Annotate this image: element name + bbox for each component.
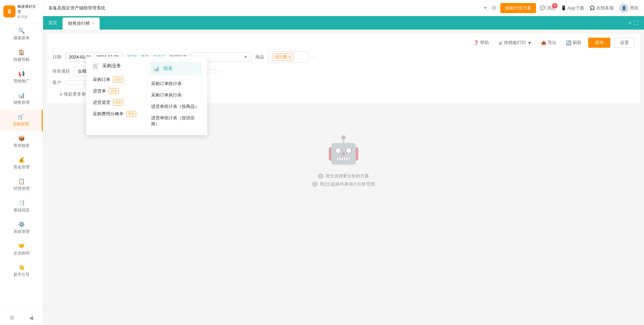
sidebar-item-enterprise[interactable]: 🤝 企业协同 xyxy=(0,239,43,260)
dropdown-col-report: 📊 报表 采购订单统计表 采购订单执行表 进货单统计表（按商品） xyxy=(150,62,202,130)
dropdown-item-purchase-order-exec[interactable]: 采购订单执行表 xyxy=(150,89,202,101)
print-template-btn[interactable]: 🖨 按模板打印 ▼ xyxy=(496,38,534,47)
sidebar-nav: 🔍 搜索菜单 🏠 快捷导航 📢 营销推广 📊 销售管理 🛒 采购管理 📦 xyxy=(0,24,43,310)
purchase-order-exec-label: 采购订单执行表 xyxy=(151,92,182,98)
sidebar-item-label: 采购管理 xyxy=(13,121,29,127)
topbar-settings-icon[interactable]: ⚙ xyxy=(492,5,496,11)
sidebar-item-finance[interactable]: 💰 资金管理 xyxy=(0,153,43,174)
rank-label: 排名项目 xyxy=(52,68,70,74)
dropdown-item-goods-in-stats-goods[interactable]: 进货单统计表（按商品） xyxy=(150,101,202,112)
sidebar-item-purchase[interactable]: 🛒 采购管理 xyxy=(0,110,43,131)
sidebar-item-label: 新手引导 xyxy=(13,272,30,278)
purchase-order-label: 采购订单 xyxy=(93,77,110,83)
sidebar-collapse-btn[interactable]: ◀ xyxy=(29,315,33,321)
dropdown-col-purchase: 🛒 采购业务 采购订单 历史 进货单 历史 xyxy=(92,62,144,130)
app-download-label: App下载 xyxy=(568,5,584,11)
title-dropdown-icon[interactable]: ▼ xyxy=(483,5,488,10)
purchase-section-label: 采购业务 xyxy=(102,63,121,69)
sidebar-item-marketing[interactable]: 📢 营销推广 xyxy=(0,67,43,88)
purchase-header-icon: 🛒 xyxy=(92,62,100,70)
dropdown-item-goods-in[interactable]: 进货单 历史 xyxy=(92,85,144,97)
app-download-item[interactable]: 📱 App下载 xyxy=(561,5,584,11)
dropdown-item-purchase-order[interactable]: 采购订单 历史 xyxy=(92,74,144,85)
topbar-right: 💬 9 消息 📱 App下载 🎧 在线客服 👤 用友 xyxy=(540,3,639,13)
sidebar-item-label: 经营管理 xyxy=(13,186,30,192)
tab-home[interactable]: 首页 xyxy=(43,16,63,30)
empty-tips-list: 1 请先选择要分析的方案 2 用[过滤]条件来缩小分析范围 xyxy=(312,171,374,189)
query-btn[interactable]: 查询 xyxy=(588,38,610,48)
phone-icon: 📱 xyxy=(561,5,566,10)
brand-sub: 标准版 xyxy=(17,14,39,19)
home-icon: 🏠 xyxy=(18,49,25,55)
window-expand-icon[interactable]: ⛶ xyxy=(634,20,639,26)
help-btn[interactable]: ❓ 帮助 xyxy=(471,38,492,47)
dropdown-item-goods-in-stats-supplier[interactable]: 进货单统计表（按供应商） xyxy=(150,112,202,130)
empty-tip-2: 2 用[过滤]条件来缩小分析范围 xyxy=(312,181,374,187)
online-service-label: 在线客服 xyxy=(596,5,614,11)
purchase-dropdown-menu: 🛒 采购业务 采购订单 历史 进货单 历史 xyxy=(86,56,207,135)
sidebar-item-operations[interactable]: 📋 经营管理 xyxy=(0,174,43,196)
dropdown-item-goods-return[interactable]: 进货退货 历史 xyxy=(92,97,144,108)
sidebar-item-label: 系统管理 xyxy=(13,229,30,235)
tab-close-icon[interactable]: × xyxy=(92,21,94,26)
online-service-item[interactable]: 🎧 在线客服 xyxy=(589,5,614,11)
sidebar-item-sales[interactable]: 📊 销售管理 xyxy=(0,88,43,110)
sidebar-item-label: 企业协同 xyxy=(13,250,30,256)
refresh-label: 刷新 xyxy=(573,40,581,46)
inventory-icon: 📦 xyxy=(18,135,25,141)
sidebar-item-label: 销售管理 xyxy=(13,100,30,106)
marketing-icon: 📢 xyxy=(18,71,25,77)
goods-in-stats-goods-label: 进货单统计表（按商品） xyxy=(151,104,199,110)
purchase-icon: 🛒 xyxy=(17,114,24,120)
goods-tag-close[interactable]: × xyxy=(288,55,291,59)
dropdown-item-purchase-expense[interactable]: 采购费用分摊单 历史 xyxy=(92,108,144,120)
sales-icon: 📊 xyxy=(18,92,25,98)
refresh-btn[interactable]: 🔄 刷新 xyxy=(563,38,584,47)
refresh-icon: 🔄 xyxy=(566,40,571,45)
sidebar-item-label: 库存核算 xyxy=(13,143,30,149)
sidebar-footer: ⚙ ◀ xyxy=(0,310,43,325)
filter-settings-btn[interactable]: 设置 xyxy=(614,38,635,48)
headset-icon: 🎧 xyxy=(589,5,595,10)
sidebar-item-basic[interactable]: 📑 基础信息 xyxy=(0,196,43,217)
sidebar-item-label: 基础信息 xyxy=(13,207,30,213)
tab-home-label: 首页 xyxy=(48,20,57,26)
system-title: 装备及固定资产辅助管理系统 xyxy=(48,5,479,11)
system-icon: ⚙️ xyxy=(18,221,25,228)
goods-in-label: 进货单 xyxy=(93,88,106,94)
hist-badge-purchase-expense: 历史 xyxy=(126,111,136,117)
report-header-icon: 📊 xyxy=(152,65,160,73)
sidebar-item-search[interactable]: 🔍 搜索菜单 xyxy=(0,24,43,45)
print-label: 按模板打印 xyxy=(504,40,526,46)
goods-select[interactable]: 设计素 × xyxy=(268,51,309,63)
salesperson-more-dots[interactable]: ··· xyxy=(220,69,224,74)
user-item[interactable]: 👤 用友 xyxy=(619,3,639,13)
export-btn[interactable]: 📤 导出 xyxy=(538,38,559,47)
sidebar-item-system[interactable]: ⚙️ 系统管理 xyxy=(0,217,43,239)
tab-sales-ranking[interactable]: 销售排行榜 × xyxy=(63,17,100,30)
topbar: 装备及固定资产辅助管理系统 ▼ ⚙ 体验行业方案 💬 9 消息 📱 App下载 … xyxy=(43,0,644,16)
print-icon: 🖨 xyxy=(498,40,503,45)
order-status-dropdown-icon: ▼ xyxy=(243,54,248,59)
goods-more-dots[interactable]: ··· xyxy=(313,54,316,59)
window-close-icon[interactable]: × xyxy=(629,20,631,26)
logo-icon: 6 xyxy=(3,5,15,17)
help-label: 帮助 xyxy=(480,40,489,46)
brand-name: 畅捷通好生意 xyxy=(17,4,39,14)
sidebar-item-inventory[interactable]: 📦 库存核算 xyxy=(0,131,43,153)
sidebar-item-guide[interactable]: 👋 新手引导 xyxy=(0,260,43,282)
hist-badge-goods-return: 历史 xyxy=(113,99,123,106)
sidebar-item-label: 搜索菜单 xyxy=(13,35,30,41)
dropdown-columns: 🛒 采购业务 采购订单 历史 进货单 历史 xyxy=(92,62,202,130)
sidebar-item-label: 快捷导航 xyxy=(13,57,30,63)
message-item[interactable]: 💬 9 消息 xyxy=(540,5,556,11)
dropdown-item-purchase-order-stats[interactable]: 采购订单统计表 xyxy=(150,78,202,89)
sidebar-item-quick-nav[interactable]: 🏠 快捷导航 xyxy=(0,45,43,67)
report-section-label: 报表 xyxy=(163,66,173,72)
goods-label: 商品 xyxy=(255,54,264,60)
export-icon: 📤 xyxy=(541,40,546,45)
sidebar-logo: 6 畅捷通好生意 标准版 xyxy=(0,0,43,24)
empty-tip-1: 1 请先选择要分析的方案 xyxy=(312,173,374,179)
industry-btn[interactable]: 体验行业方案 xyxy=(500,3,536,13)
sidebar-settings-btn[interactable]: ⚙ xyxy=(10,315,14,321)
